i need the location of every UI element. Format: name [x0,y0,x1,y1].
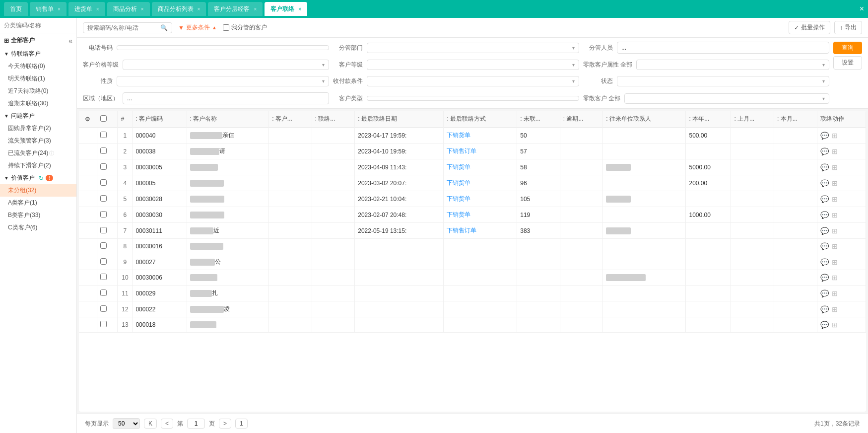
table-col-overdue[interactable]: : 逾期... [560,111,603,128]
more-action-icon[interactable]: ⊞ [832,211,838,219]
table-col-type[interactable]: : 客户... [269,111,312,128]
chat-icon[interactable]: 💬 [820,195,829,203]
row-checkbox[interactable] [100,195,107,202]
more-action-icon[interactable]: ⊞ [832,147,838,155]
sidebar-item-overdue[interactable]: 逾期未联络(30) [0,97,76,110]
chat-icon[interactable]: 💬 [820,179,829,187]
last-page-button[interactable]: 1 [235,419,248,429]
more-action-icon[interactable]: ⊞ [832,321,838,329]
contact-method-link[interactable]: 下销货单 [447,211,470,218]
window-close-button[interactable]: × [860,4,864,13]
table-col-code[interactable]: : 客户编码 [133,111,187,128]
payment-select[interactable]: ▾ [367,76,579,86]
table-col-last-month[interactable]: : 上月... [731,111,774,128]
sidebar-item-declining[interactable]: 持续下滑客户(2) [0,159,76,172]
sidebar-item-ungroup[interactable]: 未分组(32) [0,184,76,197]
table-col-name[interactable]: : 客户名称 [187,111,269,128]
collapse-icon[interactable]: « [68,37,72,45]
row-checkbox[interactable] [100,179,107,186]
all-customers-header[interactable]: ⊞ 全部客户 « [0,33,76,48]
row-checkbox[interactable] [100,163,107,170]
table-col-unlink-days[interactable]: : 未联... [517,111,560,128]
page-number-input[interactable] [187,419,205,429]
prev-page-button[interactable]: < [161,419,173,429]
row-checkbox[interactable] [100,258,107,265]
reset-button[interactable]: 设置 [833,56,862,70]
contact-method-link[interactable]: 下销售订单 [447,147,476,154]
row-checkbox[interactable] [100,274,107,280]
refresh-icon[interactable]: ↻ [39,175,44,182]
waiting-contact-toggle[interactable]: ▼ 待联络客户 [0,48,76,60]
main-search-input[interactable] [87,24,158,31]
row-checkbox[interactable] [100,305,107,312]
sidebar-item-today[interactable]: 今天待联络(0) [0,60,76,72]
row-checkbox[interactable] [100,289,107,296]
per-page-select[interactable]: 50 100 200 [113,418,140,429]
region-input[interactable]: ... [123,92,329,104]
chat-icon[interactable]: 💬 [820,321,829,329]
row-checkbox[interactable] [100,321,107,327]
more-action-icon[interactable]: ⊞ [832,242,838,250]
more-action-icon[interactable]: ⊞ [832,179,838,187]
contact-method-link[interactable]: 下销货单 [447,132,470,139]
sidebar-item-class-b[interactable]: B类客户(33) [0,209,76,221]
tab-customer-segment[interactable]: 客户分层经客 × [208,2,263,16]
more-action-icon[interactable]: ⊞ [832,163,838,171]
more-action-icon[interactable]: ⊞ [832,274,838,282]
my-customers-check[interactable] [223,24,229,31]
tab-home[interactable]: 首页 [4,2,28,16]
next-page-button[interactable]: > [219,419,231,429]
table-col-this-month[interactable]: : 本月... [774,111,817,128]
more-action-icon[interactable]: ⊞ [832,305,838,313]
chat-icon[interactable]: 💬 [820,274,829,282]
table-settings-header[interactable]: ⚙ [79,111,97,128]
contact-method-link[interactable]: 下销货单 [447,195,470,202]
row-checkbox[interactable] [100,227,107,233]
table-select-all-header[interactable] [97,111,118,128]
phone-input[interactable] [117,45,329,50]
tab-sales-close[interactable]: × [58,6,61,12]
sidebar-item-class-c[interactable]: C类客户(6) [0,221,76,234]
score-customers-toggle[interactable]: ▼ 价值客户 ↻ ! [0,172,76,184]
tab-customer-contact[interactable]: 客户联络 × [265,2,307,16]
sidebar-item-lost[interactable]: 已流失客户(24) ⓘ [0,147,76,159]
sidebar-item-class-a[interactable]: A类客户(1) [0,197,76,209]
tab-product-analysis-close[interactable]: × [141,6,144,12]
tab-customer-segment-close[interactable]: × [254,6,257,12]
row-checkbox[interactable] [100,211,107,217]
export-button[interactable]: ↑ 导出 [834,21,862,34]
chat-icon[interactable]: 💬 [820,289,829,297]
nature-select[interactable]: ▾ [117,76,329,86]
customer-type-input[interactable] [367,96,579,101]
person-input[interactable]: ... [617,42,829,54]
batch-operation-button[interactable]: ✓ 批量操作 [789,21,830,34]
tab-product-list-close[interactable]: × [198,6,200,12]
chat-icon[interactable]: 💬 [820,211,829,219]
table-col-contacts[interactable]: : 往来单位联系人 [603,111,686,128]
tab-sales[interactable]: 销售单 × [30,2,67,16]
query-button[interactable]: 查询 [833,42,862,54]
chat-icon[interactable]: 💬 [820,258,829,266]
chat-icon[interactable]: 💬 [820,163,829,171]
more-action-icon[interactable]: ⊞ [832,227,838,235]
row-checkbox[interactable] [100,242,107,249]
more-conditions-button[interactable]: ▼ 更多条件 ▲ [178,23,217,32]
more-action-icon[interactable]: ⊞ [832,258,838,266]
retail-attr-select[interactable]: ▾ [636,60,829,70]
chat-icon[interactable]: 💬 [820,227,829,235]
chat-icon[interactable]: 💬 [820,132,829,140]
tab-product-analysis[interactable]: 商品分析 × [107,2,150,16]
dept-select[interactable]: ▾ [367,43,579,53]
more-action-icon[interactable]: ⊞ [832,132,838,140]
sidebar-search-input[interactable] [4,22,77,29]
customer-level-select[interactable]: ▾ [367,60,579,70]
status-select[interactable]: ▾ [617,76,829,86]
contact-method-link[interactable]: 下销货单 [447,163,470,170]
tab-purchase-close[interactable]: × [96,6,99,12]
table-col-year-amount[interactable]: : 本年... [686,111,731,128]
row-checkbox[interactable] [100,132,107,138]
tab-product-analysis-list[interactable]: 商品分析列表 × [152,2,206,16]
chat-icon[interactable]: 💬 [820,242,829,250]
more-action-icon[interactable]: ⊞ [832,289,838,297]
main-search-icon[interactable]: 🔍 [160,24,168,31]
